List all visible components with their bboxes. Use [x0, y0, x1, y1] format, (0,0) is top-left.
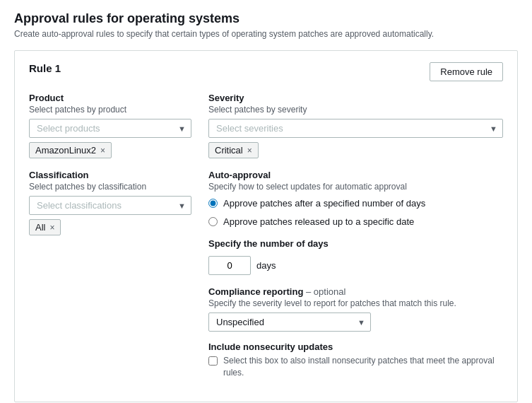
severity-select-wrapper: Select severities ▼	[208, 119, 503, 138]
severity-helper: Select patches by severity	[208, 105, 503, 115]
auto-approval-option-2[interactable]: Approve patches released up to a specifi…	[208, 216, 503, 228]
days-input[interactable]	[208, 256, 251, 275]
severity-tag-label: Critical	[215, 145, 243, 156]
auto-approval-option-2-label: Approve patches released up to a specifi…	[223, 216, 414, 228]
nonsecurity-checkbox[interactable]	[208, 356, 218, 366]
product-select-wrapper: Select products ▼	[29, 119, 191, 138]
nonsecurity-label: Include nonsecurity updates	[208, 341, 503, 352]
classification-tag-all: All ×	[29, 219, 61, 235]
compliance-helper: Specify the severity level to report for…	[208, 298, 503, 308]
auto-approval-radio-2[interactable]	[208, 217, 218, 226]
remove-rule-button[interactable]: Remove rule	[430, 62, 503, 81]
auto-approval-option-1-label: Approve patches after a specified number…	[223, 197, 425, 210]
classification-tag-label: All	[35, 222, 45, 233]
days-suffix: days	[256, 260, 276, 271]
page-subtitle: Create auto-approval rules to specify th…	[14, 29, 518, 39]
product-tag-list: AmazonLinux2 ×	[29, 142, 191, 158]
severity-group: Severity Select patches by severity Sele…	[208, 93, 503, 158]
severity-tag-remove[interactable]: ×	[247, 146, 252, 155]
product-select[interactable]: Select products	[29, 119, 191, 138]
product-helper: Select patches by product	[29, 105, 191, 115]
auto-approval-group: Auto-approval Specify how to select upda…	[208, 170, 503, 228]
severity-tag-critical: Critical ×	[208, 142, 259, 158]
rule-title: Rule 1	[29, 62, 61, 74]
severity-tag-list: Critical ×	[208, 142, 503, 158]
days-group: Specify the number of days days	[208, 238, 503, 275]
classification-tag-list: All ×	[29, 219, 191, 235]
classification-label: Classification	[29, 170, 191, 180]
form-grid: Product Select patches by product Select…	[29, 93, 503, 390]
product-group: Product Select patches by product Select…	[29, 93, 191, 158]
rule-header: Rule 1 Remove rule	[29, 62, 503, 81]
days-input-row: days	[208, 256, 503, 275]
auto-approval-option-1[interactable]: Approve patches after a specified number…	[208, 197, 503, 210]
compliance-select[interactable]: Unspecified Critical High Medium Low Inf…	[208, 313, 371, 332]
compliance-label: Compliance reporting – optional	[208, 286, 503, 297]
rule-section: Rule 1 Remove rule Product Select patche…	[14, 50, 518, 402]
compliance-section: Compliance reporting – optional Specify …	[208, 286, 503, 332]
days-label: Specify the number of days	[208, 238, 503, 249]
product-tag-label: AmazonLinux2	[35, 145, 96, 156]
severity-select[interactable]: Select severities	[208, 119, 503, 138]
classification-tag-remove[interactable]: ×	[49, 223, 54, 232]
severity-label: Severity	[208, 93, 503, 103]
compliance-optional: – optional	[306, 286, 345, 297]
product-label: Product	[29, 93, 191, 103]
page-container: Approval rules for operating systems Cre…	[0, 0, 532, 403]
right-column: Severity Select patches by severity Sele…	[208, 93, 503, 390]
left-column: Product Select patches by product Select…	[29, 93, 191, 390]
compliance-select-wrapper: Unspecified Critical High Medium Low Inf…	[208, 313, 371, 332]
product-tag-amazonlinux2: AmazonLinux2 ×	[29, 142, 112, 158]
auto-approval-label: Auto-approval	[208, 170, 503, 180]
auto-approval-helper: Specify how to select updates for automa…	[208, 182, 503, 192]
nonsecurity-section: Include nonsecurity updates Select this …	[208, 341, 503, 379]
page-title: Approval rules for operating systems	[14, 11, 518, 26]
nonsecurity-helper: Select this box to also install nonsecur…	[223, 355, 503, 379]
auto-approval-radio-group: Approve patches after a specified number…	[208, 197, 503, 228]
classification-select[interactable]: Select classifications	[29, 196, 191, 215]
product-tag-remove[interactable]: ×	[100, 146, 105, 155]
nonsecurity-row: Select this box to also install nonsecur…	[208, 355, 503, 379]
classification-helper: Select patches by classification	[29, 182, 191, 192]
auto-approval-radio-1[interactable]	[208, 199, 218, 208]
classification-select-wrapper: Select classifications ▼	[29, 196, 191, 215]
classification-group: Classification Select patches by classif…	[29, 170, 191, 235]
